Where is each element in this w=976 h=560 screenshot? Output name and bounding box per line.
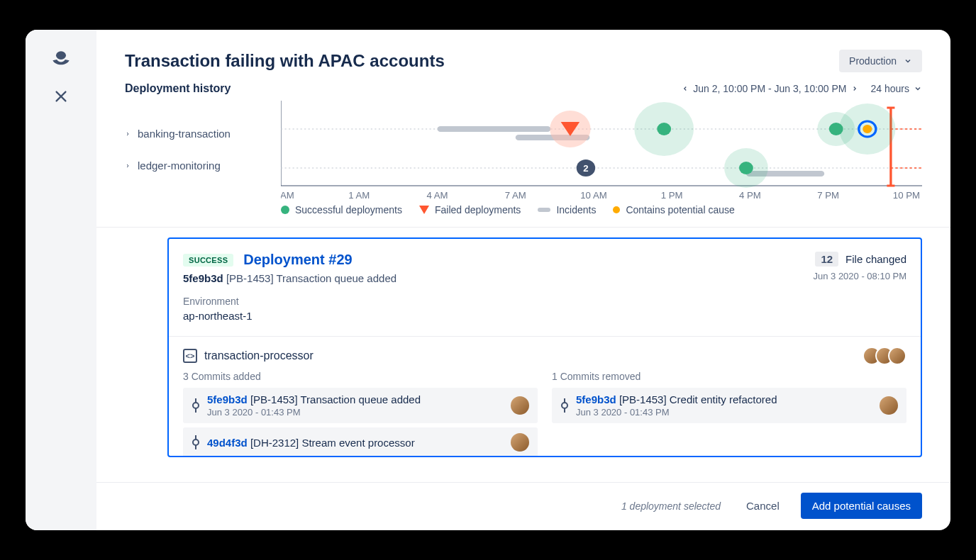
range-window-selector[interactable]: 24 hours [871, 83, 922, 94]
commit-node-icon [560, 398, 569, 413]
svg-text:7 AM: 7 AM [505, 191, 526, 200]
environment-value: ap-northeast-1 [183, 310, 906, 322]
commit-summary: 5fe9b3d [PB-1453] Transaction queue adde… [183, 272, 396, 284]
avatar [888, 347, 906, 365]
commit-node-icon [192, 435, 200, 449]
svg-text:4 PM: 4 PM [739, 191, 761, 200]
failed-triangle-icon [419, 206, 429, 214]
files-changed[interactable]: 12 File changed [815, 252, 906, 267]
deployment-detail-card[interactable]: SUCCESS Deployment #29 5fe9b3d [PB-1453]… [167, 237, 922, 457]
potential-cause-dot-icon [613, 206, 620, 213]
commit-row[interactable]: 5fe9b3d [PB-1453] Transaction queue adde… [183, 388, 538, 423]
deployment-timeline-chart: banking-transaction ledger-monitoring [96, 101, 950, 200]
chevron-down-icon [904, 57, 912, 65]
avatar [511, 433, 529, 452]
close-icon[interactable] [53, 89, 69, 106]
service-row-toggle[interactable]: ledger-monitoring [125, 150, 281, 181]
deployment-timestamp: Jun 3 2020 - 08:10 PM [813, 271, 906, 281]
avatar [511, 396, 529, 415]
cancel-button[interactable]: Cancel [739, 494, 787, 517]
code-icon: <> [183, 349, 197, 363]
commit-row[interactable]: 5fe9b3d [PB-1453] Credit entity refactor… [552, 388, 906, 423]
opsgenie-logo-icon [51, 50, 71, 72]
svg-text:2: 2 [583, 164, 588, 174]
sidebar [26, 30, 96, 530]
environment-selector[interactable]: Production [839, 50, 922, 72]
service-row-toggle[interactable]: banking-transaction [125, 118, 281, 150]
chevron-right-icon [851, 85, 858, 92]
environment-selector-label: Production [849, 55, 897, 67]
commit-row[interactable]: 49d4f3d [DH-2312] Stream event processor [183, 427, 538, 456]
chevron-down-icon [914, 84, 922, 93]
app-window: Transaction failing with APAC accounts P… [26, 30, 950, 530]
chevron-right-icon [125, 130, 131, 138]
add-potential-causes-button[interactable]: Add potential causes [801, 493, 922, 519]
svg-rect-12 [437, 126, 550, 132]
svg-point-22 [863, 125, 872, 133]
chevron-right-icon [125, 162, 131, 169]
repository-name[interactable]: <> transaction-processor [183, 349, 314, 363]
chevron-left-icon [682, 85, 689, 92]
deployment-title[interactable]: Deployment #29 [243, 252, 352, 268]
commits-added-label: 3 Commits added [183, 371, 538, 382]
svg-point-41 [193, 439, 199, 445]
header: Transaction failing with APAC accounts P… [96, 50, 950, 72]
contributor-avatars[interactable] [863, 347, 906, 365]
main-content: Transaction failing with APAC accounts P… [96, 30, 950, 530]
chart-legend: Successful deployments Failed deployment… [96, 200, 950, 228]
status-badge: SUCCESS [183, 254, 233, 267]
date-range[interactable]: Jun 2, 10:00 PM - Jun 3, 10:00 PM [682, 83, 858, 94]
svg-text:10 PM: 10 PM [893, 191, 920, 200]
svg-text:10 AM: 10 AM [580, 191, 606, 200]
footer-bar: 1 deployment selected Cancel Add potenti… [96, 482, 950, 530]
svg-text:10 AM: 10 AM [281, 191, 294, 200]
page-title: Transaction failing with APAC accounts [125, 51, 445, 71]
selection-count: 1 deployment selected [621, 500, 721, 512]
history-header: Deployment history Jun 2, 10:00 PM - Jun… [96, 72, 950, 95]
history-label: Deployment history [125, 82, 231, 95]
svg-text:7 PM: 7 PM [817, 191, 839, 200]
svg-text:4 AM: 4 AM [426, 191, 448, 200]
svg-point-38 [193, 403, 199, 408]
svg-point-27 [739, 162, 753, 174]
avatar [880, 396, 898, 415]
success-dot-icon [281, 206, 289, 214]
commit-node-icon [192, 398, 200, 413]
timeline-svg: 2 10 AM 1 AM 4 AM 7 AM 10 AM 1 PM 4 PM [281, 101, 922, 200]
svg-text:1 AM: 1 AM [348, 191, 370, 200]
environment-label: Environment [183, 296, 906, 307]
svg-point-17 [657, 123, 671, 135]
commits-removed-label: 1 Commits removed [552, 371, 906, 382]
incident-bar-icon [538, 208, 550, 212]
svg-text:1 PM: 1 PM [661, 191, 683, 200]
svg-point-0 [56, 51, 66, 60]
svg-point-44 [562, 403, 567, 408]
